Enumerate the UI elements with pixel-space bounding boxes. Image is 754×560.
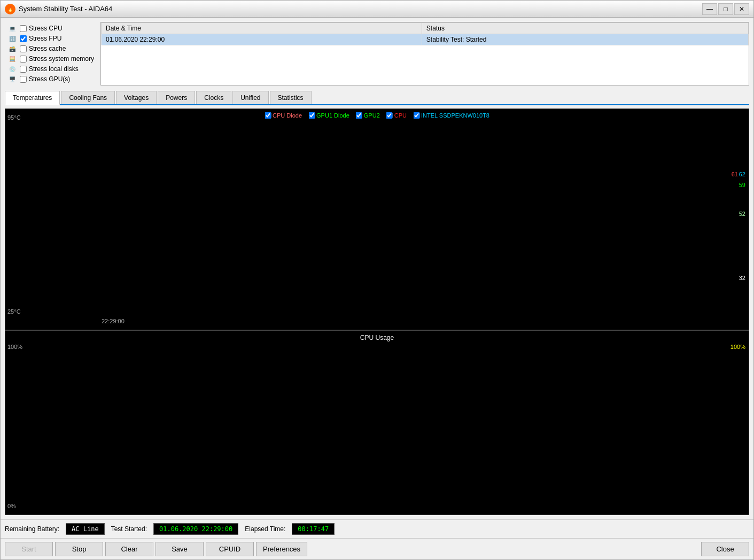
- footer-buttons: Start Stop Clear Save CPUID Preferences …: [1, 538, 753, 559]
- test-started-label: Test Started:: [111, 525, 147, 533]
- temperature-chart: CPU Diode GPU1 Diode GPU2 CPU: [5, 108, 749, 330]
- temp-chart-y-top: 95°C: [7, 114, 21, 121]
- tab-temperatures[interactable]: Temperatures: [5, 91, 60, 105]
- stop-button[interactable]: Stop: [55, 542, 103, 556]
- stress-memory-label: Stress system memory: [29, 55, 94, 63]
- legend-gpu1-diode-checkbox[interactable]: [308, 112, 315, 119]
- tab-clocks[interactable]: Clocks: [196, 91, 231, 104]
- disk-stress-icon: 💿: [7, 65, 18, 73]
- tab-unified[interactable]: Unified: [232, 91, 268, 104]
- bottom-status-bar: Remaining Battery: AC Line Test Started:…: [1, 519, 753, 538]
- stress-gpu-checkbox[interactable]: [20, 76, 27, 83]
- minimize-button[interactable]: —: [702, 3, 717, 15]
- main-window: 🔥 System Stability Test - AIDA64 — □ ✕ 💻…: [0, 0, 754, 560]
- stress-fpu-checkbox[interactable]: [20, 35, 27, 42]
- cpu-chart-y-top: 100%: [7, 344, 22, 350]
- legend-gpu1-diode-label: GPU1 Diode: [316, 112, 349, 119]
- log-panel: Date & Time Status 01.06.2020 22:29:00 S…: [100, 22, 749, 85]
- top-section: 💻 Stress CPU 🔢 Stress FPU 🗃️ Stress cach…: [5, 22, 749, 85]
- legend-gpu2: GPU2: [356, 112, 380, 119]
- temp-right-62: 62: [739, 171, 745, 177]
- cpuid-button[interactable]: CPUID: [206, 542, 254, 556]
- stress-memory-item: 🧮 Stress system memory: [7, 55, 94, 63]
- fpu-stress-icon: 🔢: [7, 34, 18, 43]
- log-col-datetime: Date & Time: [102, 23, 422, 34]
- window-title: System Stability Test - AIDA64: [19, 5, 702, 13]
- stress-disks-checkbox[interactable]: [20, 66, 27, 73]
- cpu-right-value: 100%: [730, 344, 745, 350]
- stress-cache-label: Stress cache: [29, 45, 66, 52]
- cache-stress-icon: 🗃️: [7, 44, 18, 53]
- battery-label: Remaining Battery:: [5, 525, 59, 533]
- legend-cpu: CPU: [386, 112, 407, 119]
- legend-ssd: INTEL SSDPEKNW010T8: [413, 112, 489, 119]
- legend-cpu-label: CPU: [394, 112, 407, 119]
- tab-powers[interactable]: Powers: [158, 91, 195, 104]
- log-cell-status: Stability Test: Started: [422, 34, 748, 45]
- legend-cpu-diode-checkbox[interactable]: [265, 112, 271, 119]
- temp-chart-x-label: 22:29:00: [102, 318, 125, 324]
- temperature-canvas: [5, 109, 749, 330]
- tabs-bar: Temperatures Cooling Fans Voltages Power…: [5, 91, 749, 105]
- tab-statistics[interactable]: Statistics: [270, 91, 312, 104]
- elapsed-label: Elapsed Time:: [245, 525, 285, 533]
- charts-container: CPU Diode GPU1 Diode GPU2 CPU: [5, 108, 749, 515]
- stress-gpu-item: 🖥️ Stress GPU(s): [7, 75, 94, 83]
- title-bar: 🔥 System Stability Test - AIDA64 — □ ✕: [1, 1, 753, 18]
- stress-cpu-item: 💻 Stress CPU: [7, 24, 94, 33]
- memory-stress-icon: 🧮: [7, 55, 18, 63]
- legend-gpu2-label: GPU2: [364, 112, 380, 119]
- temp-chart-y-bottom: 25°C: [7, 308, 21, 315]
- stress-cpu-checkbox[interactable]: [20, 25, 27, 32]
- stress-cpu-label: Stress CPU: [29, 25, 63, 32]
- cpu-chart-y-bottom: 0%: [7, 503, 16, 509]
- save-button[interactable]: Save: [156, 542, 204, 556]
- legend-cpu-checkbox[interactable]: [386, 112, 393, 119]
- legend-gpu2-checkbox[interactable]: [356, 112, 362, 119]
- stress-memory-checkbox[interactable]: [20, 56, 27, 63]
- stress-fpu-label: Stress FPU: [29, 35, 61, 42]
- stress-cache-checkbox[interactable]: [20, 45, 27, 52]
- stress-panel: 💻 Stress CPU 🔢 Stress FPU 🗃️ Stress cach…: [5, 22, 96, 85]
- stress-gpu-label: Stress GPU(s): [29, 75, 70, 83]
- elapsed-value: 00:17:47: [292, 523, 335, 535]
- temp-right-32: 32: [739, 275, 745, 281]
- log-table: Date & Time Status 01.06.2020 22:29:00 S…: [101, 22, 749, 45]
- log-col-status: Status: [422, 23, 748, 34]
- stress-fpu-item: 🔢 Stress FPU: [7, 34, 94, 43]
- preferences-button[interactable]: Preferences: [256, 542, 307, 556]
- cpu-stress-icon: 💻: [7, 24, 18, 33]
- test-started-value: 01.06.2020 22:29:00: [153, 523, 238, 535]
- battery-value: AC Line: [66, 523, 105, 535]
- app-icon: 🔥: [5, 4, 15, 14]
- gpu-stress-icon: 🖥️: [7, 75, 18, 83]
- log-row: 01.06.2020 22:29:00 Stability Test: Star…: [102, 34, 749, 45]
- window-controls: — □ ✕: [702, 3, 749, 15]
- temp-chart-legend: CPU Diode GPU1 Diode GPU2 CPU: [265, 112, 489, 119]
- tab-voltages[interactable]: Voltages: [116, 91, 157, 104]
- legend-cpu-diode-label: CPU Diode: [273, 112, 302, 119]
- temp-right-59: 59: [739, 182, 745, 188]
- close-window-button[interactable]: ✕: [734, 3, 749, 15]
- content-area: 💻 Stress CPU 🔢 Stress FPU 🗃️ Stress cach…: [1, 18, 753, 519]
- stress-disks-label: Stress local disks: [29, 65, 79, 73]
- tab-cooling-fans[interactable]: Cooling Fans: [61, 91, 115, 104]
- legend-ssd-checkbox[interactable]: [413, 112, 419, 119]
- maximize-button[interactable]: □: [718, 3, 733, 15]
- legend-gpu1-diode: GPU1 Diode: [308, 112, 349, 119]
- legend-ssd-label: INTEL SSDPEKNW010T8: [421, 112, 489, 119]
- cpu-chart-title: CPU Usage: [360, 334, 394, 341]
- close-button[interactable]: Close: [701, 542, 749, 556]
- legend-cpu-diode: CPU Diode: [265, 112, 302, 119]
- stress-disks-item: 💿 Stress local disks: [7, 65, 94, 73]
- cpu-usage-chart: CPU Usage 100% 0% 100%: [5, 330, 749, 515]
- temp-right-52: 52: [739, 211, 745, 217]
- cpu-usage-canvas: [5, 331, 749, 515]
- clear-button[interactable]: Clear: [105, 542, 153, 556]
- stress-cache-item: 🗃️ Stress cache: [7, 44, 94, 53]
- temp-right-61: 61: [732, 171, 738, 177]
- log-cell-datetime: 01.06.2020 22:29:00: [102, 34, 422, 45]
- start-button[interactable]: Start: [5, 542, 53, 556]
